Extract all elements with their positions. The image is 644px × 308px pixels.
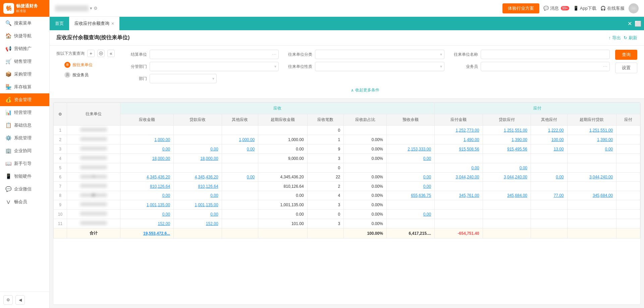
sidebar-item-inventory[interactable]: 🏪 库存核算 bbox=[0, 81, 49, 93]
settings-button[interactable]: 设置 bbox=[615, 62, 637, 73]
table-cell[interactable]: 345,761.00 bbox=[435, 191, 483, 200]
tab-ar-ap[interactable]: 应收应付余额查询 × bbox=[69, 17, 119, 30]
sidebar-item-purchase[interactable]: 📦 采购管理 bbox=[0, 68, 49, 81]
unit-type-input[interactable]: ▾ bbox=[315, 62, 444, 71]
sidebar-collapse-btn[interactable]: ◀ bbox=[15, 295, 25, 305]
sidebar-item-hardware[interactable]: 📱 智能硬件 bbox=[0, 170, 49, 183]
table-cell[interactable]: 1,390.00 bbox=[483, 135, 531, 144]
table-settings-col[interactable]: ⚙ bbox=[54, 103, 67, 126]
sidebar-item-system[interactable]: ⚙️ 系统管理 bbox=[0, 132, 49, 144]
table-cell[interactable]: 18,000.00 bbox=[174, 154, 222, 163]
table-cell[interactable]: 3,044,240.00 bbox=[483, 173, 531, 182]
table-cell[interactable]: 0.00 bbox=[174, 210, 222, 219]
table-cell[interactable]: 0.00 bbox=[386, 154, 434, 163]
footer-ar-overdue bbox=[258, 228, 307, 238]
table-cell[interactable]: 1,000.00 bbox=[120, 135, 174, 144]
table-cell[interactable]: 1,222.00 bbox=[531, 126, 568, 135]
filter-option-by-unit[interactable]: 单 按往来单位 bbox=[62, 60, 115, 69]
table-cell[interactable]: 4,345,436.20 bbox=[120, 173, 174, 182]
filter-option-by-staff[interactable]: 员 按业务员 bbox=[62, 71, 115, 79]
unit-name-input[interactable] bbox=[481, 50, 610, 59]
staff-input[interactable]: ··· bbox=[481, 62, 610, 71]
table-cell[interactable]: 915,508.56 bbox=[435, 144, 483, 154]
gear-icon[interactable]: ⚙ bbox=[94, 6, 98, 11]
table-cell[interactable]: 915,495.56 bbox=[483, 144, 531, 154]
table-cell[interactable]: 810,126.64 bbox=[174, 182, 222, 191]
sidebar-item-quick-nav[interactable]: 🏠 快捷导航 bbox=[0, 30, 49, 42]
message-button[interactable]: 💬 消息 99+ bbox=[543, 5, 569, 11]
add-scheme-btn[interactable]: + bbox=[87, 50, 95, 57]
table-cell[interactable]: 810,126.64 bbox=[120, 182, 174, 191]
refresh-button[interactable]: ↻ 刷新 bbox=[624, 35, 637, 41]
table-cell[interactable]: 0.00 bbox=[386, 182, 434, 191]
table-cell[interactable]: 4,345,436.20 bbox=[174, 173, 222, 182]
industry-solution-button[interactable]: 体验行业方案 bbox=[502, 3, 539, 13]
table-cell[interactable]: 0.00 bbox=[386, 210, 434, 219]
table-cell[interactable]: 0.00 bbox=[386, 173, 434, 182]
table-cell[interactable]: 0.00 bbox=[120, 210, 174, 219]
table-cell[interactable]: 1,490.00 bbox=[435, 135, 483, 144]
table-cell[interactable]: 152.00 bbox=[174, 219, 222, 228]
table-cell[interactable]: 3,044,240.00 bbox=[567, 173, 616, 182]
footer-ar-amount[interactable]: 19,553,472.6... bbox=[120, 228, 174, 238]
table-cell[interactable]: 3,044,240.00 bbox=[435, 173, 483, 182]
table-cell[interactable]: 0.00 bbox=[174, 191, 222, 200]
sidebar-item-corp[interactable]: 🏢 企业协同 bbox=[0, 144, 49, 157]
app-download-button[interactable]: 📱 App下载 bbox=[573, 5, 596, 11]
tab-close-icon[interactable]: × bbox=[111, 21, 114, 26]
breadcrumb-select[interactable]: ▾ bbox=[55, 5, 92, 11]
table-cell[interactable]: 1,251,551.00 bbox=[567, 126, 616, 135]
user-avatar[interactable]: Rit bbox=[629, 3, 639, 13]
subdept-input[interactable]: ▾ bbox=[150, 74, 217, 83]
table-cell[interactable]: 0.00 bbox=[222, 144, 258, 154]
filter-area: 按以下方案查询 + « 单 按往来单位 bbox=[50, 46, 644, 99]
tab-home[interactable]: 首页 bbox=[50, 17, 69, 30]
table-cell[interactable]: 0.00 bbox=[435, 163, 483, 173]
table-cell[interactable]: 0.00 bbox=[174, 144, 222, 154]
table-cell[interactable]: 0.00 bbox=[567, 144, 616, 154]
tab-close-window-icon[interactable]: ✕ bbox=[628, 20, 632, 27]
table-cell[interactable]: 100.00 bbox=[531, 135, 568, 144]
table-cell[interactable]: 1,252,773.00 bbox=[435, 126, 483, 135]
sidebar-item-member[interactable]: V 畅会员 bbox=[0, 195, 49, 208]
tab-maximize-icon[interactable]: ⬜ bbox=[635, 20, 641, 27]
table-cell[interactable]: 0.00 bbox=[531, 173, 568, 182]
sidebar-settings-btn[interactable]: ⚙ bbox=[3, 295, 13, 305]
table-cell[interactable]: 345,684.00 bbox=[483, 191, 531, 200]
table-cell[interactable]: 345,684.00 bbox=[567, 191, 616, 200]
table-cell[interactable]: 13.00 bbox=[531, 144, 568, 154]
settlement-input[interactable]: ··· bbox=[150, 50, 279, 59]
sidebar-item-operation[interactable]: 📊 经营管理 bbox=[0, 106, 49, 119]
unit-category-input[interactable]: ▾ bbox=[315, 50, 444, 59]
sidebar-item-guide[interactable]: 📖 新手引导 bbox=[0, 157, 49, 170]
table-cell[interactable]: 1,000.00 bbox=[222, 135, 258, 144]
table-cell[interactable]: 1,001,135.00 bbox=[120, 200, 174, 210]
table-cell bbox=[435, 219, 483, 228]
edit-scheme-btn[interactable] bbox=[97, 50, 105, 57]
sidebar-item-search[interactable]: 🔍 搜索菜单 bbox=[0, 17, 49, 30]
online-service-button[interactable]: 🎧 在线客服 bbox=[600, 5, 625, 11]
collapse-scheme-btn[interactable]: « bbox=[107, 50, 115, 57]
sidebar-item-marketing[interactable]: 📢 营销推广 bbox=[0, 42, 49, 55]
table-cell[interactable]: 0.00 bbox=[120, 191, 174, 200]
table-cell[interactable]: 18,000.00 bbox=[120, 154, 174, 163]
table-cell[interactable]: 1,390.00 bbox=[567, 135, 616, 144]
table-cell[interactable]: 655,636.75 bbox=[386, 191, 434, 200]
export-button[interactable]: ↑ 导出 bbox=[609, 35, 621, 41]
sidebar-item-sales[interactable]: 🛒 销售管理 bbox=[0, 55, 49, 68]
table-cell[interactable]: 0.00 bbox=[483, 163, 531, 173]
table-cell[interactable]: 1,251,551.00 bbox=[483, 126, 531, 135]
table-cell[interactable]: 0.00 bbox=[222, 173, 258, 182]
sidebar-item-wechat[interactable]: 💬 企业微信 bbox=[0, 183, 49, 195]
table-cell[interactable]: 1,001,135.00 bbox=[174, 200, 222, 210]
sidebar-item-basic[interactable]: 📋 基础信息 bbox=[0, 119, 49, 132]
filter-group-unit-name: 往来单位名称 bbox=[451, 50, 610, 59]
table-cell[interactable]: 2,153,333.00 bbox=[386, 144, 434, 154]
query-button[interactable]: 查询 bbox=[615, 50, 637, 60]
collapse-filter-btn[interactable]: ∧ 收起更多条件 bbox=[120, 86, 610, 94]
table-cell[interactable]: 77.00 bbox=[531, 191, 568, 200]
table-cell[interactable]: 0.00 bbox=[120, 144, 174, 154]
table-cell[interactable]: 152.00 bbox=[120, 219, 174, 228]
dept-input[interactable]: ▾ bbox=[150, 62, 279, 71]
sidebar-item-finance[interactable]: 💰 资金管理 bbox=[0, 93, 49, 106]
